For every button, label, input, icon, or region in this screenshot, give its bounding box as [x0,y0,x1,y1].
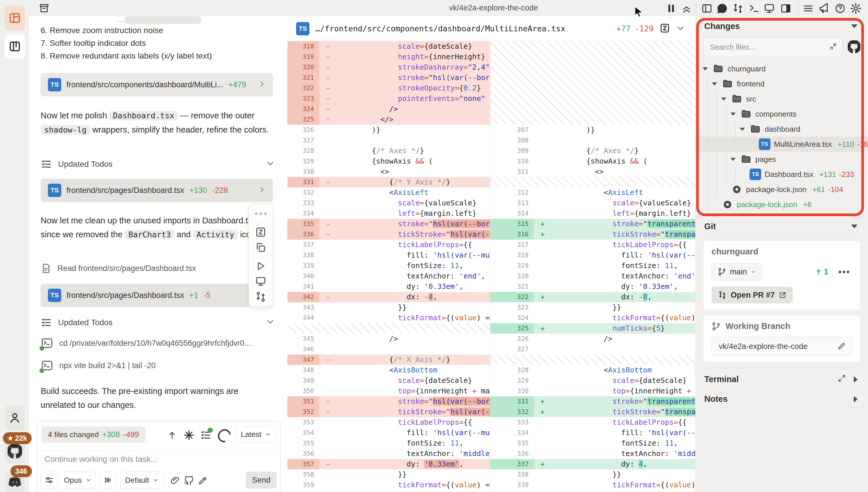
pause-icon[interactable] [665,2,678,15]
diff-panel: TS …/frontend/src/components/dashboard/M… [287,16,695,492]
open-pr-button[interactable]: Open PR #7 [711,287,793,303]
more-options-icon[interactable] [253,207,269,220]
file-diff-chip[interactable]: TS frontend/src/pages/Dashboard.tsx +1 -… [41,284,273,307]
starburst-icon[interactable] [183,429,195,442]
caret-down-icon[interactable] [712,82,722,85]
indent-guide [707,152,712,167]
updated-todos-row[interactable]: Updated Todos [41,317,275,328]
chevron-down-icon[interactable] [676,24,685,33]
chat-bubble-icon[interactable] [716,2,729,15]
more-options-icon[interactable]: ••• [836,266,852,278]
settings-gear-icon[interactable] [849,2,862,15]
layout-panel-icon[interactable] [5,6,25,30]
message-input[interactable] [44,454,272,464]
line-code: dx: -8, [551,292,695,302]
line-marker [319,313,337,323]
diff-view-icon[interactable] [253,226,269,239]
line-number: 337 [490,459,534,469]
diff-display-icon[interactable] [659,23,670,34]
read-file-row[interactable]: Read frontend/src/pages/Dashboard.tsx [41,263,196,274]
collapse-tree-icon[interactable] [829,42,838,52]
attach-icon[interactable] [169,474,182,487]
diff-row: 327 [287,135,490,146]
diff-row: 346 [287,344,490,354]
menu-icon[interactable] [802,2,815,15]
tree-file-package-lock.json[interactable]: package-lock.json+6 [696,197,868,212]
working-branch-input[interactable] [718,342,837,351]
line-number: 324 [287,104,319,114]
terminal-section-header[interactable]: Terminal [696,369,868,389]
terminal-command-row[interactable]: cd /private/var/folders/10/h7w0q46556ggr… [41,337,251,349]
diff-row: 309 {/* Axes */} [490,146,695,156]
caret-down-icon[interactable] [740,128,750,131]
diff-new-column: 307 )}308309 {/* Axes */}310 {showAxis &… [490,41,695,492]
diff-row: 335 fontSize: 11, [490,438,695,448]
copy-icon[interactable] [253,241,269,254]
settings-sliders-icon[interactable] [41,472,57,489]
file-search-input[interactable] [709,42,826,52]
diff-row: 317 tickLabelProps={{ [490,240,695,250]
archive-icon[interactable] [38,2,50,15]
github-cat-icon[interactable] [848,40,861,54]
caret-down-icon[interactable] [730,158,740,161]
git-compare-icon[interactable] [731,2,744,15]
tree-folder-churnguard[interactable]: churnguard [696,61,868,76]
edit-pencil-icon[interactable] [837,341,846,351]
notes-section-header[interactable]: Notes [696,389,868,408]
tree-item-label: src [746,95,756,103]
send-button[interactable]: Send [246,472,277,489]
tree-folder-src[interactable]: src [696,91,868,106]
git-header[interactable]: Git [696,216,868,235]
line-number: 357 [287,459,319,469]
tree-file-package-lock.json[interactable]: package-lock.json+61-104 [696,182,868,197]
tree-file-Dashboard.tsx[interactable]: TSDashboard.tsx+131-233 [696,167,868,182]
caret-down-icon[interactable] [721,97,731,101]
assistant-message: Now let me clean up the unused imports i… [41,214,270,242]
monitor-icon[interactable] [253,275,269,288]
changes-header[interactable]: Changes [696,16,868,35]
terminal-icon[interactable] [748,2,761,15]
folder-icon [712,64,724,74]
mode-dropdown[interactable]: Default [120,472,164,489]
line-number: 320 [490,271,534,281]
scroll-to-top-icon[interactable] [166,429,179,442]
file-diff-chip[interactable]: TS frontend/src/components/dashboard/Mul… [41,73,273,96]
panel-right-icon[interactable] [779,2,792,15]
expand-icon[interactable] [838,374,846,385]
collapse-all-icon[interactable] [680,2,693,15]
megaphone-icon[interactable] [818,2,830,15]
help-icon[interactable] [834,2,846,15]
line-number: 327 [287,135,319,146]
version-dropdown[interactable]: Latest [235,426,277,443]
caret-down-icon[interactable] [703,67,712,71]
file-diff-chip[interactable]: TS frontend/src/pages/Dashboard.tsx +130… [41,179,273,202]
tree-folder-frontend[interactable]: frontend [696,76,868,91]
diff-row: 323 }} [490,302,695,313]
line-number: 333 [490,417,534,427]
tree-file-MultiLineArea.tsx[interactable]: TSMultiLineArea.tsx+110-162 [696,137,868,152]
diff-body: 318- scale={dateScale}319- height={inner… [287,41,695,492]
caret-down-icon[interactable] [730,113,740,116]
monitor-icon[interactable] [763,2,776,15]
diff-row: 340 textAnchor: 'end', [287,271,490,281]
git-compare-icon[interactable] [253,291,269,303]
files-changed-chip[interactable]: 4 files changed +308 -499 [42,426,145,443]
tree-folder-pages[interactable]: pages [696,152,868,167]
model-dropdown[interactable]: Opus [60,472,96,489]
updated-todos-row[interactable]: Updated Todos [41,158,275,170]
terminal-command-row[interactable]: npx vite build 2>&1 | tail -20 [41,359,156,372]
fast-forward-icon[interactable] [99,472,116,489]
todos-icon[interactable] [200,429,212,442]
branch-dropdown[interactable]: main [711,264,762,280]
tree-folder-dashboard[interactable]: dashboard [696,122,868,137]
play-icon[interactable] [253,260,269,272]
additions: +1 [189,291,198,300]
github-cat-icon[interactable] [183,474,195,487]
chevron-down-icon[interactable] [266,159,275,170]
account-icon[interactable] [5,405,25,430]
pen-icon[interactable] [196,474,209,487]
panel-left-icon[interactable] [701,2,713,15]
tree-folder-components[interactable]: components [696,106,868,122]
chevron-down-icon[interactable] [266,317,275,328]
board-view-icon[interactable] [5,34,25,58]
